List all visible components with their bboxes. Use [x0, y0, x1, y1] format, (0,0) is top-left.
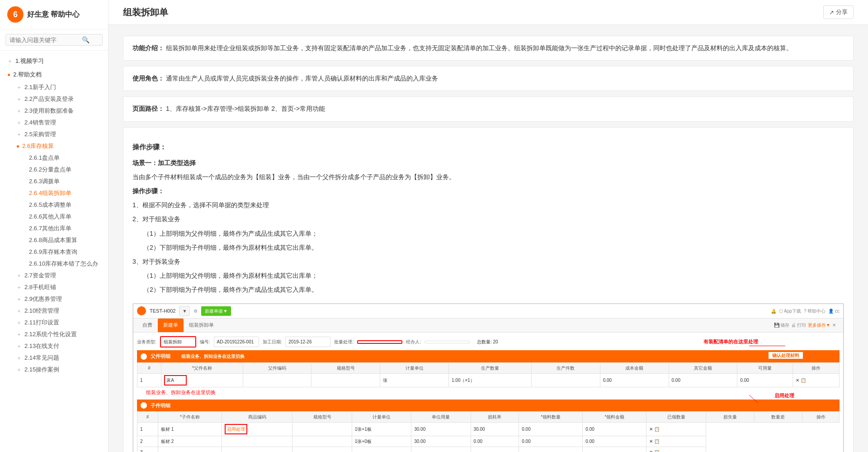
mock-confirm-btn: 确认处理材料	[768, 351, 803, 360]
mock-screenshot: TEST-H002 ▼ ⚙ 新建单据▼ 🔔 ⬡ App下载 ? 帮助中心 👤 c…	[133, 304, 844, 452]
mock-icons: 🔔 ⬡ App下载 ? 帮助中心 👤 cc	[771, 307, 840, 315]
mock-icon-bell: 🔔	[771, 307, 776, 315]
sidebar-item-video[interactable]: ＋ 1.视频学习	[0, 54, 108, 68]
sidebar-item-inv267[interactable]: 2.6.7其他出库单	[25, 223, 108, 234]
plus-icon: ＋	[16, 119, 22, 127]
path-block: 页面路径： 1、库存核算->库存管理->组装拆卸单 2、首页->常用功能	[123, 96, 854, 121]
share-icon: ↗	[829, 9, 834, 16]
annotation-text1: 有装配清单的在这里处理	[703, 338, 758, 346]
ops-label: 操作步骤：	[132, 141, 844, 153]
screenshot-container: TEST-H002 ▼ ⚙ 新建单据▼ 🔔 ⬡ App下载 ? 帮助中心 👤 c…	[132, 303, 844, 452]
sidebar-item-print[interactable]: ＋ 2.11打印设置	[13, 317, 108, 328]
annotation-text3: 启用处理	[774, 391, 794, 400]
sidebar-item-inv269[interactable]: 2.6.9库存账本查询	[25, 246, 108, 258]
nav-sub-docs: ＋ 2.1新手入门 ＋ 2.2产品安装及登录 ＋ 2.3使用前数据准备 ＋ 2.…	[0, 81, 108, 376]
sidebar-item-system[interactable]: ＋ 2.12系统个性化设置	[13, 328, 108, 340]
annotation-switch: 组装业务、拆卸业务在这里切换	[181, 352, 245, 360]
section-header-wrapper: 父件明细 组装业务、拆卸业务在这里切换 确认处理材料	[137, 350, 840, 362]
sidebar-item-newcomer[interactable]: ＋ 2.1新手入门	[13, 81, 108, 93]
plus-icon: ＋	[7, 57, 13, 65]
sidebar-item-mobile[interactable]: ＋ 2.8手机旺铺	[13, 281, 108, 293]
step3: 3、对于拆装业务	[132, 256, 844, 267]
sidebar-item-finance[interactable]: ＋ 2.7资金管理	[13, 270, 108, 281]
mock-batch	[357, 340, 402, 344]
mock-icon-help: ? 帮助中心	[804, 307, 826, 315]
minus-icon: ●	[16, 143, 19, 149]
mock-form: 业务类型: 组装拆卸 编号: AD-20191226-001 加工日期: 201…	[133, 333, 843, 452]
sidebar-item-payment[interactable]: ＋ 2.13在线支付	[13, 340, 108, 352]
search-box[interactable]: 🔍	[5, 34, 103, 46]
content-area: 功能介绍： 组装拆卸单用来处理企业组装或拆卸等加工业务，支持有固定装配清单的产品…	[108, 25, 868, 452]
mock-table2-wrapper: # *子件名称 商品编码 规格型号 计量单位 单位用量 损耗率 *领料数量 *领	[137, 411, 840, 452]
sidebar-item-faq[interactable]: ＋ 2.14常见问题	[13, 352, 108, 364]
main: 组装拆卸单 ↗ 分享 功能介绍： 组装拆卸单用来处理企业组装或拆卸等加工业务，支…	[108, 0, 868, 452]
topbar: 组装拆卸单 ↗ 分享	[108, 0, 868, 25]
mock-dropdown: ▼	[179, 306, 190, 316]
step2: 2、对于组装业务	[132, 214, 844, 225]
sidebar-item-coupon[interactable]: ＋ 2.9优惠券管理	[13, 293, 108, 305]
sidebar-item-inv263[interactable]: 2.6.3调拨单	[25, 176, 108, 187]
logo-icon: 6	[7, 6, 24, 23]
section-dot	[141, 353, 147, 360]
mock-tabbar: 自费 新建单 组装拆卸单 💾 储存 🖨 打印 更多操作▼ ✕	[133, 319, 843, 333]
plus-icon: ＋	[16, 343, 22, 350]
mock-close-icon: ✕	[832, 321, 836, 329]
search-input[interactable]	[9, 37, 82, 43]
mock-section-header2: 子件明细	[137, 400, 840, 412]
sidebar-item-inv268[interactable]: 2.6.8商品成本重算	[25, 234, 108, 246]
annotation-line1	[749, 346, 785, 346]
mock-doc-num: AD-20191226-001	[214, 337, 259, 347]
mock-tab-new: 新建单	[158, 319, 184, 333]
sidebar-item-purchase[interactable]: ＋ 2.5采购管理	[13, 128, 108, 140]
sidebar-item-sales[interactable]: ＋ 2.4销售管理	[13, 117, 108, 128]
mock-date: 2019-12-26	[285, 337, 330, 347]
mock-print-icon: 🖨 打印	[791, 321, 806, 329]
search-area: 🔍	[0, 29, 108, 51]
sidebar-item-prepare[interactable]: ＋ 2.3使用前数据准备	[13, 105, 108, 117]
mock-tab-home: 自费	[137, 319, 158, 333]
sidebar-item-inv264[interactable]: 2.6.4组装拆卸单	[25, 187, 108, 199]
logo-area: 6 好生意 帮助中心	[0, 0, 108, 29]
sidebar-item-docs[interactable]: ● 2.帮助文档	[0, 68, 108, 81]
sidebar: 6 好生意 帮助中心 🔍 ＋ 1.视频学习 ● 2.帮助文档 ＋ 2.1新手入门…	[0, 0, 108, 452]
section2-dot	[141, 402, 147, 409]
sidebar-item-operation[interactable]: ＋ 2.10经营管理	[13, 305, 108, 317]
sidebar-item-inv2610[interactable]: 2.6.10库存账本错了怎么办	[25, 258, 108, 270]
sidebar-item-inv266[interactable]: 2.6.6其他入库单	[25, 211, 108, 223]
sidebar-item-inventory[interactable]: ● 2.6库存核算	[13, 140, 108, 152]
intro-block: 功能介绍： 组装拆卸单用来处理企业组装或拆卸等加工业务，支持有固定装配清单的产品…	[123, 36, 854, 61]
plus-icon: ＋	[16, 354, 22, 362]
mock-save-icon: 💾 储存	[774, 321, 790, 329]
plus-icon: ＋	[16, 366, 22, 374]
app-name: 好生意 帮助中心	[27, 10, 80, 19]
mock-biz-type: 组装拆卸	[160, 336, 196, 347]
mock-action-btns: 💾 储存 🖨 打印 更多操作▼ ✕	[770, 321, 840, 329]
search-icon[interactable]: 🔍	[82, 36, 90, 43]
sidebar-item-inv265[interactable]: 2.6.5成本调整单	[25, 199, 108, 211]
scene1-desc: 当由多个子件材料组装成一个成品的业务为【组装】业务，当由一个父件拆分成多个子产品…	[132, 171, 844, 183]
ops-block: 操作步骤： 场景一：加工类型选择 当由多个子件材料组装成一个成品的业务为【组装】…	[123, 127, 854, 452]
step3-2: （2）下部明细为子件明细，最终作为产成品生成其它入库单。	[143, 284, 844, 295]
plus-icon: ＋	[16, 95, 22, 103]
mock-logo	[137, 306, 146, 315]
annotation-text2: 组装业务、拆卸业务在这里切换	[146, 388, 840, 397]
arrow-svg	[749, 395, 767, 404]
sidebar-item-inv261[interactable]: 2.6.1盘点单	[25, 152, 108, 164]
annotation-arrow3	[749, 395, 767, 407]
plus-icon: ＋	[16, 319, 22, 327]
mock-topbar: TEST-H002 ▼ ⚙ 新建单据▼ 🔔 ⬡ App下载 ? 帮助中心 👤 c…	[133, 304, 843, 319]
page-title: 组装拆卸单	[123, 6, 168, 19]
share-button[interactable]: ↗ 分享	[823, 5, 854, 19]
mock-table1: # *父件名称 父件编码 规格型号 计量单位 生产数量 生产件数 成本金额 其它	[137, 362, 840, 387]
table-row: 1 板材 1 启用处理 1张+1板 30.00 30.00 0.00 0.00	[137, 423, 840, 436]
step2-2: （2）下部明细为子件明细，最终作为原材料生成其它出库单。	[143, 242, 844, 253]
sidebar-item-cases[interactable]: ＋ 2.15操作案例	[13, 364, 108, 376]
sidebar-item-inv262[interactable]: 2.6.2分量盘点单	[25, 164, 108, 176]
sidebar-item-install[interactable]: ＋ 2.2产品安装及登录	[13, 93, 108, 105]
mock-more-icon: 更多操作▼	[808, 321, 830, 329]
plus-icon: ＋	[16, 84, 22, 91]
plus-icon: ＋	[16, 272, 22, 280]
plus-icon: ＋	[16, 295, 22, 303]
plus-icon: ＋	[16, 331, 22, 338]
step3-1: （1）上部明细为父件明细，最终作为原材料生成其它出库单；	[143, 270, 844, 281]
